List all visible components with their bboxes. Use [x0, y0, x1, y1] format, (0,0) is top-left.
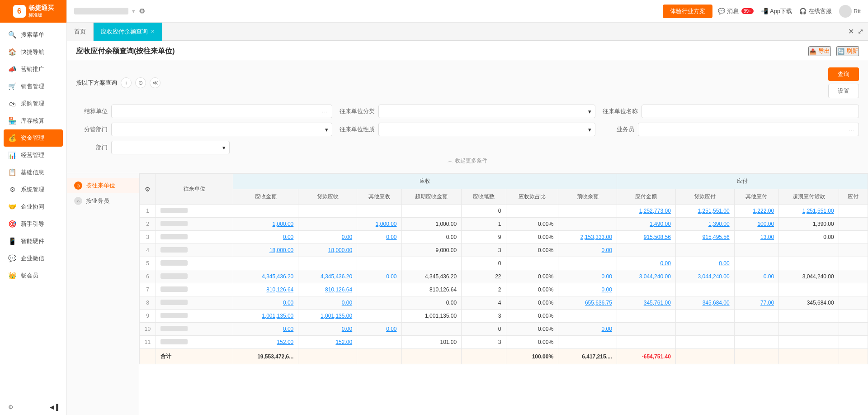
promo-button[interactable]: 体验行业方案 — [663, 5, 712, 18]
row-ap-amount[interactable]: 915,508.56 — [617, 231, 675, 244]
app-download-btn[interactable]: 📲 App下载 — [761, 7, 792, 15]
filter-by-salesman[interactable]: ○ 按业务员 — [67, 193, 139, 209]
row-ap-other[interactable]: 1,222.00 — [734, 205, 778, 218]
online-service-btn[interactable]: 🎧 在线客服 — [799, 7, 832, 15]
row-ar-amount[interactable]: 810,126.64 — [233, 283, 298, 296]
row-ar-loan[interactable]: 18,000.00 — [298, 244, 357, 257]
sidebar-item-finance[interactable]: 💰 资金管理 — [4, 129, 63, 147]
row-ap-amount[interactable]: 1,252,773.00 — [617, 205, 675, 218]
row-ar-amount[interactable]: 1,001,135.00 — [233, 310, 298, 323]
row-prepay[interactable]: 0.00 — [558, 244, 617, 257]
row-ar-other[interactable]: 0.00 — [357, 270, 401, 283]
filter-select-lwdwfl[interactable]: ▾ — [378, 105, 596, 118]
filter-input-lwdwmc[interactable] — [642, 105, 859, 118]
row-ap-amount[interactable]: 1,490.00 — [617, 218, 675, 231]
row-ap-other[interactable]: 13.00 — [734, 231, 778, 244]
sidebar-label-operation: 经营管理 — [21, 151, 44, 159]
tab-close-window-icon[interactable]: ✕ — [848, 27, 854, 36]
row-ar-other[interactable]: 0.00 — [357, 323, 401, 336]
row-ar-loan[interactable]: 4,345,436.20 — [298, 270, 357, 283]
row-ap-amount[interactable]: 0.00 — [617, 257, 675, 270]
row-prepay[interactable]: 2,153,333.00 — [558, 231, 617, 244]
messages-btn[interactable]: 💬 消息 99+ — [718, 7, 754, 15]
export-button[interactable]: 📤 导出 — [808, 46, 831, 56]
sidebar-item-operation[interactable]: 📊 经营管理 — [0, 147, 66, 164]
sidebar-collapse-icon[interactable]: ◀▐ — [50, 404, 58, 410]
setting-button[interactable]: 设置 — [828, 84, 859, 98]
row-ap-amount[interactable]: 3,044,240.00 — [617, 270, 675, 283]
user-profile[interactable]: Rit — [839, 5, 861, 18]
filter-select-lwdwxz[interactable]: ▾ — [378, 123, 596, 136]
row-ar-amount[interactable]: 1,000.00 — [233, 218, 298, 231]
tab-home[interactable]: 首页 — [67, 23, 94, 41]
row-prepay[interactable]: 0.00 — [558, 283, 617, 296]
row-ap-loan[interactable]: 1,251,551.00 — [675, 205, 734, 218]
row-ar-other[interactable]: 1,000.00 — [357, 218, 401, 231]
sidebar-item-hardware[interactable]: 📱 智能硬件 — [0, 233, 66, 250]
collapse-more-btn[interactable]: ︿ 收起更多条件 — [76, 154, 859, 167]
row-ap-other[interactable]: 0.00 — [734, 270, 778, 283]
tab-maximize-icon[interactable]: ⤢ — [858, 27, 863, 36]
table-gear-icon[interactable]: ⚙ — [145, 186, 151, 193]
row-prepay[interactable]: 0.00 — [558, 323, 617, 336]
sidebar-item-search[interactable]: 🔍 搜索菜单 — [0, 26, 66, 43]
sidebar-item-quick[interactable]: 🏠 快捷导航 — [0, 43, 66, 61]
sidebar-item-basic[interactable]: 📋 基础信息 — [0, 164, 66, 181]
row-ap-loan[interactable]: 915,495.56 — [675, 231, 734, 244]
sidebar-item-marketing[interactable]: 📣 营销推广 — [0, 61, 66, 78]
tab-close-icon[interactable]: ✕ — [151, 29, 155, 34]
row-ap-overdue[interactable]: 1,251,551.00 — [779, 205, 839, 218]
settings-icon[interactable]: ⚙ — [8, 404, 14, 410]
filter-settings-btn[interactable]: ⊙ — [135, 77, 146, 88]
table-row: 11 152.00 152.00 101.00 3 0.00% — [140, 336, 868, 349]
row-ar-loan[interactable]: 810,126.64 — [298, 283, 357, 296]
sidebar-item-sales[interactable]: 🛒 销售管理 — [0, 78, 66, 95]
filter-by-unit[interactable]: ⊙ 按往来单位 — [67, 178, 139, 193]
row-ar-loan[interactable]: 0.00 — [298, 323, 357, 336]
sidebar-item-purchase[interactable]: 🛍 采购管理 — [0, 95, 66, 112]
row-ar-ratio: 0.00% — [506, 244, 558, 257]
row-ar-loan — [298, 205, 357, 218]
sidebar-item-wechat[interactable]: 💬 企业微信 — [0, 250, 66, 267]
sidebar-item-member[interactable]: 👑 畅会员 — [0, 267, 66, 284]
sidebar-item-enterprise[interactable]: 🤝 企业协同 — [0, 198, 66, 215]
row-ap-other[interactable]: 77.00 — [734, 296, 778, 310]
guide-icon: 🎯 — [8, 220, 16, 228]
row-ar-loan[interactable]: 152.00 — [298, 336, 357, 349]
row-ar-amount[interactable]: 4,345,436.20 — [233, 270, 298, 283]
row-prepay[interactable]: 0.00 — [558, 270, 617, 283]
filter-add-btn[interactable]: ＋ — [121, 77, 132, 88]
row-ap-loan[interactable]: 345,684.00 — [675, 296, 734, 310]
row-ar-loan[interactable]: 0.00 — [298, 231, 357, 244]
query-button[interactable]: 查询 — [828, 67, 859, 81]
row-ar-loan[interactable]: 0.00 — [298, 296, 357, 310]
row-ar-amount[interactable]: 18,000.00 — [233, 244, 298, 257]
row-ar-loan[interactable]: 1,001,135.00 — [298, 310, 357, 323]
row-ar-amount[interactable]: 152.00 — [233, 336, 298, 349]
filter-collapse-btn[interactable]: ≪ — [150, 77, 160, 88]
row-prepay[interactable]: 655,636.75 — [558, 296, 617, 310]
row-ap-loan[interactable]: 3,044,240.00 — [675, 270, 734, 283]
masked-unit — [160, 208, 188, 213]
filter-input-jsdw[interactable]: ··· — [111, 105, 332, 118]
filter-label-fgbm: 分管部门 — [76, 125, 108, 134]
filter-select-fgbm[interactable]: ▾ — [111, 123, 332, 136]
row-ar-amount[interactable]: 0.00 — [233, 296, 298, 310]
row-prepay — [558, 336, 617, 349]
row-ap-loan[interactable]: 0.00 — [675, 257, 734, 270]
sidebar-item-system[interactable]: ⚙ 系统管理 — [0, 181, 66, 198]
col-ar-amount: 应收金额 — [233, 189, 298, 205]
row-ap-loan[interactable]: 1,390.00 — [675, 218, 734, 231]
tab-query[interactable]: 应收应付余额查询 ✕ — [94, 23, 162, 41]
filter-select-bm[interactable]: ▾ — [111, 141, 230, 154]
row-ar-other[interactable]: 0.00 — [357, 231, 401, 244]
row-ap-amount[interactable]: 345,761.00 — [617, 296, 675, 310]
row-ar-amount[interactable]: 0.00 — [233, 323, 298, 336]
row-ap-other[interactable]: 100.00 — [734, 218, 778, 231]
row-ar-amount[interactable]: 0.00 — [233, 231, 298, 244]
gear-btn[interactable]: ⚙ — [139, 7, 145, 15]
sidebar-item-guide[interactable]: 🎯 新手引导 — [0, 215, 66, 233]
sidebar-item-inventory[interactable]: 🏪 库存核算 — [0, 112, 66, 129]
filter-input-ywy[interactable]: ··· — [638, 123, 859, 136]
refresh-button[interactable]: 🔄 刷新 — [836, 46, 859, 56]
